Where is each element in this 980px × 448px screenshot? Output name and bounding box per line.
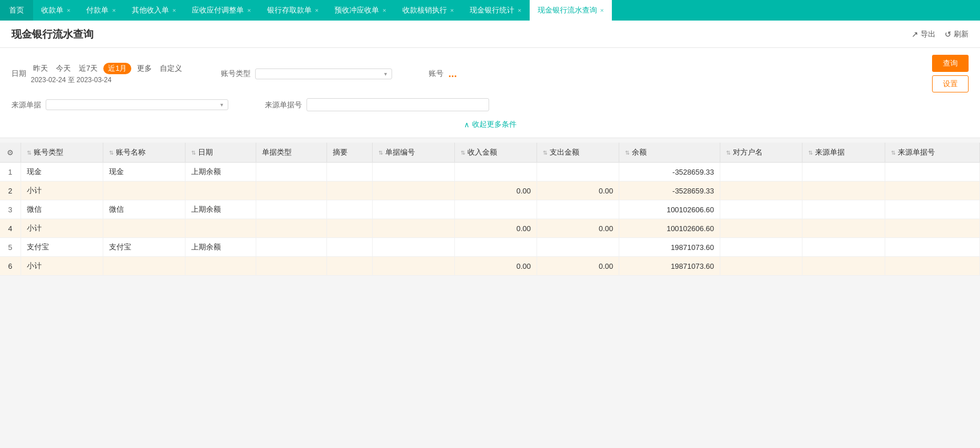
- nav-tab-shoukuandan[interactable]: 收款单 ×: [33, 0, 78, 21]
- cell-account-type: 现金: [21, 163, 103, 181]
- th-counterpart[interactable]: ⇅对方户名: [720, 143, 802, 163]
- cell-date: [185, 219, 256, 238]
- date-option-1month[interactable]: 近1月: [103, 63, 131, 74]
- cell-row-num: 3: [0, 200, 21, 219]
- query-button[interactable]: 查询: [932, 55, 969, 72]
- cell-income: [454, 163, 537, 181]
- header-actions: ↗ 导出 ↺ 刷新: [912, 29, 969, 39]
- nav-tab-yushouchong[interactable]: 预收冲应收单 ×: [326, 0, 394, 21]
- nav-tab-label: 银行存取款单: [267, 5, 312, 15]
- date-option-today[interactable]: 今天: [54, 63, 73, 74]
- table-row: 1现金现金上期余额-3528659.33: [0, 163, 980, 181]
- collapse-icon: ∧: [464, 120, 470, 129]
- top-nav: 首页 收款单 × 付款单 × 其他收入单 × 应收应付调整单 × 银行存取款单 …: [0, 0, 980, 21]
- export-button[interactable]: ↗ 导出: [912, 29, 935, 39]
- nav-tab-close-icon[interactable]: ×: [172, 7, 176, 14]
- th-balance[interactable]: ⇅余额: [619, 143, 720, 163]
- nav-tab-label: 其他收入单: [132, 5, 169, 15]
- cell-account-name: 微信: [103, 200, 185, 219]
- th-doc-no[interactable]: ⇅单据编号: [372, 143, 454, 163]
- nav-tab-close-icon[interactable]: ×: [67, 7, 70, 14]
- nav-tab-label: 付款单: [86, 5, 108, 15]
- nav-tab-yingshoutiaozheng[interactable]: 应收应付调整单 ×: [184, 0, 259, 21]
- th-date[interactable]: ⇅日期: [185, 143, 256, 163]
- nav-tab-xianjintongji[interactable]: 现金银行统计 ×: [462, 0, 529, 21]
- cell-doc-type: [256, 238, 326, 257]
- nav-tab-close-icon[interactable]: ×: [518, 7, 521, 14]
- cell-account-type: 小计: [21, 181, 103, 200]
- th-gear: ⚙: [0, 143, 21, 163]
- date-filter-group: 日期 昨天 今天 近7天 近1月 更多 自定义 2023-02-24 至 202…: [11, 63, 184, 85]
- th-doc-type: 单据类型: [256, 143, 326, 163]
- date-options: 昨天 今天 近7天 近1月 更多 自定义 2023-02-24 至 2023-0…: [31, 63, 184, 85]
- nav-tab-close-icon[interactable]: ×: [112, 7, 115, 14]
- cell-source-doc-no: [885, 181, 979, 200]
- cell-doc-type: [256, 181, 326, 200]
- date-option-7days[interactable]: 近7天: [76, 63, 100, 74]
- nav-tab-close-icon[interactable]: ×: [600, 7, 604, 14]
- cell-balance: 100102606.60: [619, 200, 720, 219]
- cell-account-name: 现金: [103, 163, 185, 181]
- nav-tab-close-icon[interactable]: ×: [315, 7, 318, 14]
- th-account-type[interactable]: ⇅账号类型: [21, 143, 103, 163]
- cell-doc-no: [372, 219, 454, 238]
- cell-account-name: 支付宝: [103, 238, 185, 257]
- th-expense[interactable]: ⇅支出金额: [537, 143, 619, 163]
- cell-income: [454, 238, 537, 257]
- gear-icon[interactable]: ⚙: [7, 148, 14, 157]
- nav-tab-label: 应收应付调整单: [192, 5, 244, 15]
- account-type-select[interactable]: ▾: [255, 68, 392, 79]
- nav-home[interactable]: 首页: [0, 0, 33, 21]
- nav-tab-shoukuanhexiao[interactable]: 收款核销执行 ×: [394, 0, 462, 21]
- cell-doc-no: [372, 163, 454, 181]
- cell-doc-no: [372, 257, 454, 276]
- source-doc-no-input[interactable]: [306, 98, 489, 111]
- settings-button[interactable]: 设置: [932, 75, 969, 92]
- table-row: 2小计0.000.00-3528659.33: [0, 181, 980, 200]
- cell-date: 上期余额: [185, 238, 256, 257]
- cell-date: [185, 257, 256, 276]
- cell-expense: 0.00: [537, 181, 619, 200]
- cell-source-doc: [802, 163, 885, 181]
- account-type-label: 账号类型: [221, 68, 251, 79]
- nav-tab-fukuandan[interactable]: 付款单 ×: [78, 0, 123, 21]
- source-doc-label: 来源单据: [11, 100, 41, 110]
- nav-tab-yinhangcunqu[interactable]: 银行存取款单 ×: [259, 0, 326, 21]
- cell-expense: [537, 200, 619, 219]
- cell-doc-no: [372, 200, 454, 219]
- cell-doc-type: [256, 257, 326, 276]
- cell-account-type: 微信: [21, 200, 103, 219]
- cell-income: 0.00: [454, 257, 537, 276]
- filter-row-2: 来源单据 ▾ 来源单据号: [11, 98, 969, 111]
- account-label: 账号: [429, 68, 443, 79]
- account-type-filter-group: 账号类型 ▾: [221, 68, 392, 79]
- table-row: 3微信微信上期余额100102606.60: [0, 200, 980, 219]
- refresh-button[interactable]: ↺ 刷新: [945, 29, 969, 39]
- date-option-more[interactable]: 更多: [135, 63, 154, 74]
- nav-tab-qitashourandan[interactable]: 其他收入单 ×: [124, 0, 184, 21]
- cell-income: [454, 200, 537, 219]
- cell-source-doc: [802, 200, 885, 219]
- cell-summary: [326, 181, 372, 200]
- th-source-doc[interactable]: ⇅来源单据: [802, 143, 885, 163]
- nav-tab-liushuichaxun[interactable]: 现金银行流水查询 ×: [530, 0, 612, 21]
- cell-row-num: 6: [0, 257, 21, 276]
- cell-counterpart: [720, 257, 802, 276]
- collapse-filter-bar[interactable]: ∧ 收起更多条件: [11, 117, 969, 133]
- nav-tab-close-icon[interactable]: ×: [247, 7, 251, 14]
- cell-source-doc: [802, 219, 885, 238]
- nav-tab-close-icon[interactable]: ×: [450, 7, 454, 14]
- cell-source-doc-no: [885, 200, 979, 219]
- nav-tab-close-icon[interactable]: ×: [382, 7, 386, 14]
- source-doc-select[interactable]: ▾: [46, 99, 228, 110]
- cell-doc-no: [372, 181, 454, 200]
- th-income[interactable]: ⇅收入金额: [454, 143, 537, 163]
- cell-source-doc: [802, 181, 885, 200]
- cell-source-doc: [802, 238, 885, 257]
- date-option-custom[interactable]: 自定义: [158, 63, 184, 74]
- cell-counterpart: [720, 219, 802, 238]
- date-option-yesterday[interactable]: 昨天: [31, 63, 50, 74]
- account-ellipsis-button[interactable]: ...: [448, 68, 457, 80]
- th-account-name[interactable]: ⇅账号名称: [103, 143, 185, 163]
- th-source-doc-no[interactable]: ⇅来源单据号: [885, 143, 979, 163]
